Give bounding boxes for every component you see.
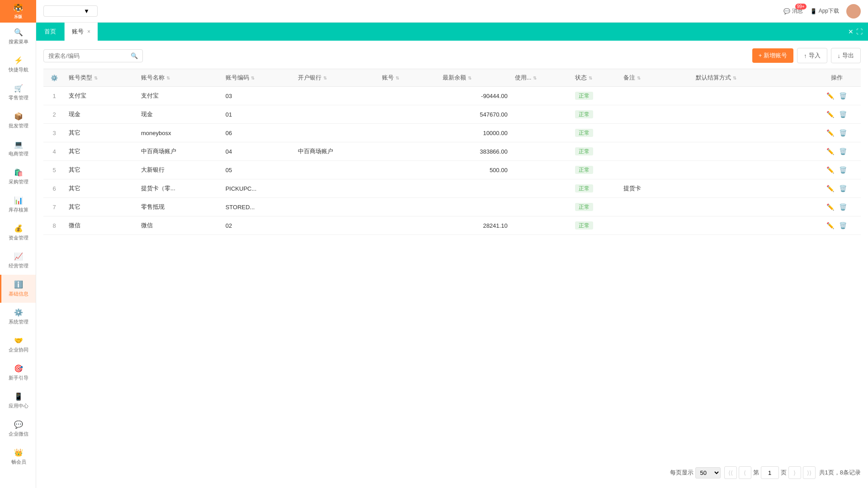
window-close-button[interactable]: ✕	[848, 28, 854, 35]
cell-default	[692, 124, 813, 142]
tab-actions: ✕ ⛶	[848, 23, 868, 41]
edit-button-4[interactable]: ✏️	[825, 147, 836, 156]
edit-button-5[interactable]: ✏️	[825, 165, 836, 174]
add-account-button[interactable]: + 新增账号	[752, 48, 793, 63]
th-settings[interactable]: ⚙️	[43, 69, 65, 87]
import-label: 导入	[809, 52, 821, 60]
settings-icon: ⚙️	[51, 75, 58, 81]
sidebar-item-app-center[interactable]: 📱应用中心	[0, 387, 36, 415]
th-remark[interactable]: 备注⇅	[620, 69, 692, 87]
th-name[interactable]: 账号名称⇅	[137, 69, 222, 87]
cell-type: 现金	[65, 105, 137, 124]
th-default-label: 默认结算方式	[696, 74, 731, 82]
app-download-button[interactable]: 📱 App下载	[810, 7, 839, 15]
edit-button-2[interactable]: ✏️	[825, 110, 836, 119]
sidebar-item-operation-manage[interactable]: 📈经营管理	[0, 247, 36, 275]
export-button[interactable]: ↓ 导出	[831, 48, 861, 63]
delete-button-8[interactable]: 🗑️	[837, 221, 849, 230]
sidebar-item-search-menu[interactable]: 🔍搜索菜单	[0, 23, 36, 51]
app-download-label: App下载	[819, 7, 839, 15]
tab-home[interactable]: 首页	[36, 23, 65, 41]
cell-num: 1	[43, 87, 65, 105]
cell-name: 提货卡（零...	[137, 179, 222, 198]
search-box[interactable]: 🔍	[43, 49, 143, 62]
th-default[interactable]: 默认结算方式⇅	[692, 69, 813, 87]
page-size-select[interactable]: 50 100 200	[695, 467, 721, 479]
delete-button-4[interactable]: 🗑️	[837, 147, 849, 156]
next-page-button[interactable]: ⟩	[788, 466, 801, 479]
delete-button-2[interactable]: 🗑️	[837, 110, 849, 119]
cell-account	[378, 198, 439, 216]
th-bank[interactable]: 开户银行⇅	[294, 69, 379, 87]
sidebar-item-label-member: 畅会员	[11, 459, 26, 465]
last-page-button[interactable]: ⟩⟩	[803, 466, 816, 479]
sidebar-item-label-inventory-check: 库存核算	[9, 206, 28, 213]
cell-default	[692, 87, 813, 105]
first-page-button[interactable]: ⟨⟨	[724, 466, 737, 479]
edit-button-6[interactable]: ✏️	[825, 184, 836, 193]
delete-button-6[interactable]: 🗑️	[837, 184, 849, 193]
sidebar-item-retail-manage[interactable]: 🛒零售管理	[0, 79, 36, 107]
search-icon[interactable]: 🔍	[131, 52, 138, 59]
topbar-right: 💬 消息 99+ 📱 App下载	[783, 4, 861, 19]
cell-action: ✏️ 🗑️	[812, 124, 861, 142]
cell-usage	[511, 87, 571, 105]
prev-page-button[interactable]: ⟨	[739, 466, 751, 479]
sidebar-item-enterprise-wechat[interactable]: 💬企业微信	[0, 415, 36, 443]
th-usage[interactable]: 使用...⇅	[511, 69, 571, 87]
delete-button-3[interactable]: 🗑️	[837, 128, 849, 137]
cell-usage	[511, 105, 571, 124]
th-remark-label: 备注	[623, 74, 635, 82]
sidebar-item-new-guide[interactable]: 🎯新手引导	[0, 359, 36, 387]
page-buttons: ⟨⟨ ⟨ 第 页 ⟩ ⟩⟩	[724, 466, 816, 479]
sidebar-item-label-system-manage: 系统管理	[9, 319, 28, 325]
status-badge: 正常	[575, 110, 593, 118]
edit-button-8[interactable]: ✏️	[825, 221, 836, 230]
edit-button-1[interactable]: ✏️	[825, 91, 836, 100]
sidebar-item-enterprise-agreement[interactable]: 🤝企业协同	[0, 331, 36, 359]
edit-button-3[interactable]: ✏️	[825, 128, 836, 137]
th-code[interactable]: 账号编码⇅	[222, 69, 294, 87]
sidebar-item-quick-nav[interactable]: ⚡快捷导航	[0, 51, 36, 79]
cell-remark	[620, 198, 692, 216]
cell-bank	[294, 124, 379, 142]
topbar-search-box[interactable]: ▼	[43, 5, 98, 17]
app-center-icon: 📱	[14, 392, 23, 401]
cell-code: 06	[222, 124, 294, 142]
import-button[interactable]: ↑ 导入	[797, 48, 827, 63]
tab-home-label: 首页	[44, 28, 56, 36]
avatar[interactable]	[846, 4, 861, 19]
message-button[interactable]: 💬 消息 99+	[783, 7, 803, 15]
sidebar-item-label-purchase-manage: 采购管理	[9, 178, 28, 185]
topbar-search-input[interactable]	[47, 8, 84, 14]
edit-button-7[interactable]: ✏️	[825, 202, 836, 211]
sidebar-item-label-enterprise-agreement: 企业协同	[9, 347, 28, 353]
tab-account[interactable]: 账号 ×	[65, 23, 98, 41]
sidebar-item-system-manage[interactable]: ⚙️系统管理	[0, 303, 36, 331]
sidebar-item-purchase-manage[interactable]: 🛍️采购管理	[0, 163, 36, 191]
th-type[interactable]: 账号类型⇅	[65, 69, 137, 87]
th-status[interactable]: 状态⇅	[571, 69, 620, 87]
sidebar-item-basic-info[interactable]: ℹ️基础信息	[0, 275, 36, 303]
sidebar-item-inventory-check[interactable]: 📊库存核算	[0, 191, 36, 219]
tab-account-close[interactable]: ×	[87, 28, 90, 35]
search-input[interactable]	[48, 52, 131, 59]
delete-button-1[interactable]: 🗑️	[837, 91, 849, 100]
cell-account	[378, 87, 439, 105]
th-balance[interactable]: 最新余额⇅	[439, 69, 511, 87]
th-account[interactable]: 账号⇅	[378, 69, 439, 87]
sidebar-item-capital-manage[interactable]: 💰资金管理	[0, 219, 36, 247]
tab-container: 首页 账号 ×	[36, 23, 98, 41]
window-expand-button[interactable]: ⛶	[856, 28, 863, 35]
delete-button-5[interactable]: 🗑️	[837, 165, 849, 174]
delete-button-7[interactable]: 🗑️	[837, 202, 849, 211]
cell-balance: -90444.00	[439, 87, 511, 105]
cell-num: 5	[43, 161, 65, 179]
cell-bank	[294, 161, 379, 179]
sidebar-item-member[interactable]: 👑畅会员	[0, 443, 36, 471]
sidebar-item-wholesale-manage[interactable]: 📦批发管理	[0, 107, 36, 135]
page-input[interactable]	[761, 466, 779, 479]
table-row: 7 其它 零售抵现 STORED... 正常 ✏️ 🗑️	[43, 198, 861, 216]
cell-type: 支付宝	[65, 87, 137, 105]
sidebar-item-ecommerce-manage[interactable]: 💻电商管理	[0, 135, 36, 163]
